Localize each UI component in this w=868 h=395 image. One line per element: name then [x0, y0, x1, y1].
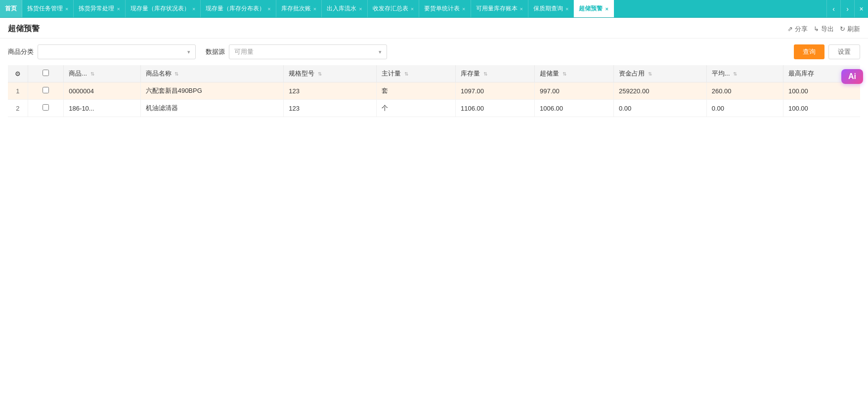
- tab-home[interactable]: 首页: [0, 0, 22, 17]
- th-stock[interactable]: 库存量 ⇅: [456, 65, 535, 82]
- tab-pick-exception[interactable]: 拣货异常处理 ×: [74, 0, 125, 17]
- cell-capital: 259220.00: [613, 82, 706, 100]
- table-header-row: ⚙ 商品... ⇅ 商品名称 ⇅ 规格型号 ⇅: [8, 65, 860, 82]
- filter-area: 商品分类 ▾ 数据源 可用量 ▾ 查询 设置: [0, 39, 868, 65]
- cell-unit: 套: [377, 82, 456, 100]
- row-checkbox[interactable]: [43, 87, 49, 93]
- share-icon: ⇗: [787, 25, 793, 33]
- share-button[interactable]: ⇗ 分享: [787, 25, 808, 34]
- datasource-label: 数据源: [206, 47, 225, 56]
- export-button[interactable]: ↳ 导出: [814, 25, 834, 34]
- gear-icon: ⚙: [15, 70, 21, 78]
- cell-max-stock: 100.00: [783, 100, 860, 117]
- th-capital[interactable]: 资金占用 ⇅: [613, 65, 706, 82]
- tab-available-stock[interactable]: 可用量库存账本 ×: [471, 0, 528, 17]
- category-label: 商品分类: [8, 47, 34, 56]
- sort-icon: ⇅: [563, 71, 566, 77]
- sort-icon: ⇅: [404, 71, 408, 77]
- sort-icon: ⇅: [318, 71, 322, 77]
- row-index: 2: [8, 100, 28, 117]
- th-avg[interactable]: 平均... ⇅: [706, 65, 783, 82]
- row-index: 1: [8, 82, 28, 100]
- top-nav: 首页 拣货任务管理 × 拣货异常处理 × 现存量（库存状况表） × 现存量（库存…: [0, 0, 868, 18]
- th-product-code[interactable]: 商品... ⇅: [64, 65, 140, 82]
- export-icon: ↳: [814, 25, 819, 33]
- sort-icon: ⇅: [483, 71, 487, 77]
- close-icon[interactable]: ×: [65, 6, 68, 12]
- refresh-icon: ↻: [840, 25, 845, 33]
- cell-spec: 123: [284, 100, 377, 117]
- th-spec[interactable]: 规格型号 ⇅: [284, 65, 377, 82]
- cell-product-name: 机油滤清器: [140, 100, 284, 117]
- header-actions: ⇗ 分享 ↳ 导出 ↻ 刷新: [787, 25, 860, 34]
- cell-stock: 1106.00: [456, 100, 535, 117]
- sort-icon: ⇅: [174, 71, 178, 77]
- close-icon[interactable]: ×: [267, 6, 270, 12]
- data-table: ⚙ 商品... ⇅ 商品名称 ⇅ 规格型号 ⇅: [8, 65, 860, 117]
- table-row: 2 186-10... 机油滤清器 123 个 1106.00 1006.00 …: [8, 100, 860, 117]
- cell-stock: 1097.00: [456, 82, 535, 100]
- cell-product-code: 0000004: [64, 82, 140, 100]
- sort-icon: ⇅: [90, 71, 94, 77]
- page-header: 超储预警 ⇗ 分享 ↳ 导出 ↻ 刷新: [0, 18, 868, 39]
- cell-overstock: 997.00: [535, 82, 614, 100]
- row-checkbox[interactable]: [43, 104, 49, 111]
- close-icon[interactable]: ×: [605, 6, 608, 12]
- close-icon[interactable]: ×: [359, 6, 362, 12]
- tab-quality-expire[interactable]: 保质期查询 ×: [528, 0, 574, 17]
- settings-button[interactable]: 设置: [828, 44, 860, 59]
- tab-overstock-warning[interactable]: 超储预警 ×: [574, 0, 613, 17]
- row-checkbox-cell[interactable]: [28, 100, 64, 117]
- th-unit[interactable]: 主计量 ⇅: [377, 65, 456, 82]
- tab-order-stats[interactable]: 要货单统计表 ×: [419, 0, 471, 17]
- close-icon[interactable]: ×: [462, 6, 465, 12]
- datasource-select-value: 可用量: [234, 47, 254, 56]
- tab-inout-flow[interactable]: 出入库流水 ×: [322, 0, 367, 17]
- cell-spec: 123: [284, 82, 377, 100]
- datasource-filter-group: 数据源 可用量 ▾: [206, 44, 387, 59]
- select-all-checkbox[interactable]: [43, 70, 49, 76]
- cell-product-code: 186-10...: [64, 100, 140, 117]
- nav-prev-arrow[interactable]: ‹: [826, 0, 840, 18]
- close-icon[interactable]: ×: [192, 6, 195, 12]
- category-select[interactable]: ▾: [38, 44, 196, 59]
- close-icon[interactable]: ×: [313, 6, 316, 12]
- cell-avg: 260.00: [706, 82, 783, 100]
- close-icon[interactable]: ×: [117, 6, 120, 12]
- query-button[interactable]: 查询: [794, 44, 825, 59]
- th-checkbox: [28, 65, 64, 82]
- th-settings[interactable]: ⚙: [8, 65, 28, 82]
- sort-icon: ⇅: [733, 71, 737, 77]
- table-row: 1 0000004 六配套新昌490BPG 123 套 1097.00 997.…: [8, 82, 860, 100]
- nav-next-arrow[interactable]: ›: [840, 0, 854, 18]
- nav-arrows: ‹ › ×: [826, 0, 868, 18]
- page-title: 超储预警: [8, 24, 40, 34]
- th-overstock[interactable]: 超储量 ⇅: [535, 65, 614, 82]
- close-icon[interactable]: ×: [411, 6, 414, 12]
- table-wrapper: ⚙ 商品... ⇅ 商品名称 ⇅ 规格型号 ⇅: [0, 65, 868, 117]
- tab-pick-task[interactable]: 拣货任务管理 ×: [22, 0, 74, 17]
- nav-close-all-arrow[interactable]: ×: [854, 0, 868, 18]
- datasource-select[interactable]: 可用量 ▾: [229, 44, 387, 59]
- ai-button[interactable]: Ai: [841, 69, 863, 84]
- chevron-down-icon: ▾: [187, 49, 190, 55]
- sort-icon: ⇅: [648, 71, 652, 77]
- category-filter-group: 商品分类 ▾: [8, 44, 196, 59]
- cell-avg: 0.00: [706, 100, 783, 117]
- cell-product-name: 六配套新昌490BPG: [140, 82, 284, 100]
- cell-overstock: 1006.00: [535, 100, 614, 117]
- tab-inventory-distribution[interactable]: 现存量（库存分布表） ×: [201, 0, 276, 17]
- th-product-name[interactable]: 商品名称 ⇅: [140, 65, 284, 82]
- tab-inventory-batch[interactable]: 库存批次账 ×: [276, 0, 322, 17]
- row-checkbox-cell[interactable]: [28, 82, 64, 100]
- cell-capital: 0.00: [613, 100, 706, 117]
- close-icon[interactable]: ×: [565, 6, 568, 12]
- tab-receive-summary[interactable]: 收发存汇总表 ×: [368, 0, 419, 17]
- refresh-button[interactable]: ↻ 刷新: [840, 25, 860, 34]
- cell-max-stock: 100.00: [783, 82, 860, 100]
- tab-inventory-status[interactable]: 现存量（库存状况表） ×: [126, 0, 201, 17]
- chevron-down-icon: ▾: [379, 49, 382, 55]
- cell-unit: 个: [377, 100, 456, 117]
- close-icon[interactable]: ×: [520, 6, 523, 12]
- filter-actions: 查询 设置: [794, 44, 860, 59]
